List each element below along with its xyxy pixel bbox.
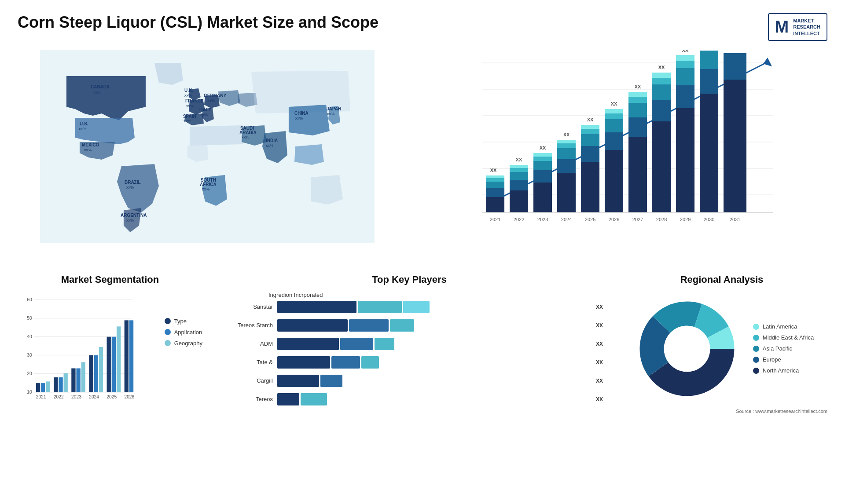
svg-marker-9: [763, 58, 772, 66]
japan-label: JAPAN: [327, 106, 341, 111]
saudi-label2: ARABIA: [239, 130, 257, 135]
svg-rect-97: [54, 377, 58, 392]
bar-light-tate: [361, 356, 379, 369]
svg-text:2028: 2028: [656, 217, 667, 222]
svg-text:XX: XX: [563, 132, 570, 137]
india-label: INDIA: [266, 138, 278, 143]
svg-text:2026: 2026: [609, 217, 619, 222]
svg-rect-48: [628, 103, 647, 117]
svg-text:XX: XX: [611, 101, 617, 106]
svg-text:2023: 2023: [537, 217, 548, 222]
player-xx-cargill: XX: [596, 378, 603, 384]
top-player-label: Ingredion Incrporated: [268, 292, 607, 298]
svg-rect-59: [676, 85, 694, 108]
svg-text:2029: 2029: [680, 217, 691, 222]
svg-rect-100: [71, 368, 75, 392]
player-bars-adm: [277, 338, 589, 350]
svg-text:50: 50: [27, 316, 32, 321]
svg-text:XX: XX: [658, 65, 665, 70]
svg-rect-60: [676, 68, 694, 85]
player-tate: Tate & XX: [216, 356, 603, 369]
svg-rect-31: [557, 143, 576, 148]
latin-dot: [753, 324, 759, 330]
svg-text:60: 60: [27, 297, 32, 302]
player-xx-tereos: XX: [596, 396, 603, 402]
svg-rect-20: [510, 165, 528, 168]
seg-legend-application: Application: [165, 329, 202, 336]
seg-application-label: Application: [174, 329, 202, 336]
japan-value: xx%: [327, 112, 334, 116]
world-map: CANADA xx% U.S. xx% MEXICO xx% BRAZIL xx…: [18, 50, 397, 243]
china-value: xx%: [295, 116, 303, 121]
mexico-label: MEXICO: [82, 142, 99, 147]
saudi-value: xx%: [242, 135, 249, 139]
svg-rect-110: [129, 320, 133, 392]
svg-text:2031: 2031: [730, 217, 740, 222]
seg-geography-label: Geography: [174, 340, 202, 347]
bar-mid-ts: [349, 319, 389, 332]
svg-rect-13: [486, 178, 504, 182]
france-label: FRANCE: [185, 99, 204, 103]
bar-mid-cargill: [320, 375, 342, 387]
svg-rect-96: [46, 381, 50, 392]
bar-light-tereos: [301, 393, 327, 405]
svg-rect-66: [700, 51, 718, 69]
italy-label: ITALY: [199, 107, 212, 112]
bar-dark-cargill: [277, 375, 319, 387]
svg-rect-55: [652, 78, 671, 84]
player-name-tate: Tate &: [216, 359, 273, 365]
svg-rect-103: [89, 355, 93, 392]
key-players-title: Top Key Players: [211, 274, 607, 285]
svg-rect-22: [533, 183, 552, 212]
growth-svg: XX XX XX XX: [410, 50, 827, 239]
player-tereos: Tereos XX: [216, 393, 603, 405]
svg-rect-12: [486, 182, 504, 188]
svg-text:XX: XX: [682, 50, 689, 53]
bottom-section: Market Segmentation 60 50 40 30 20: [18, 274, 827, 450]
legend-latin: Latin America: [753, 323, 814, 330]
bar-mid-adm: [340, 338, 373, 350]
svg-rect-37: [581, 129, 599, 134]
legend-north-america: North America: [753, 367, 814, 374]
svg-rect-58: [676, 108, 694, 212]
seg-type-label: Type: [174, 318, 187, 325]
svg-rect-36: [581, 134, 599, 146]
argentina-label: ARGENTINA: [121, 213, 147, 218]
spain-value: xx%: [184, 119, 191, 123]
player-cargill: Cargill XX: [216, 375, 603, 387]
seg-svg: 60 50 40 30 20 10: [18, 292, 141, 415]
regional-legend: Latin America Middle East & Africa Asia …: [753, 323, 814, 374]
player-name-sanstar: Sanstar: [216, 303, 273, 310]
svg-rect-54: [652, 84, 671, 100]
brazil-label: BRAZIL: [125, 180, 141, 185]
bar-dark-sanstar: [277, 301, 356, 313]
svg-rect-64: [700, 94, 718, 212]
player-sanstar: Sanstar XX: [216, 301, 603, 313]
uk-value: xx%: [184, 93, 192, 98]
na-dot: [753, 368, 759, 374]
svg-rect-108: [117, 326, 121, 392]
svg-rect-61: [676, 61, 694, 68]
type-dot: [165, 318, 171, 324]
asia-label: Asia Pacific: [763, 345, 792, 352]
player-name-cargill: Cargill: [216, 377, 273, 384]
svg-text:XX: XX: [540, 145, 546, 150]
south-africa-value: xx%: [202, 187, 209, 191]
player-bars-tate: [277, 356, 589, 369]
svg-rect-25: [533, 157, 552, 161]
brazil-value: xx%: [126, 185, 134, 190]
page-header: Corn Steep Liquor (CSL) Market Size and …: [18, 13, 827, 41]
top-section: CANADA xx% U.S. xx% MEXICO xx% BRAZIL xx…: [18, 50, 827, 261]
svg-rect-23: [533, 170, 552, 183]
svg-rect-11: [486, 188, 504, 197]
svg-rect-53: [652, 100, 671, 121]
svg-rect-109: [125, 320, 129, 392]
svg-text:10: 10: [27, 390, 32, 394]
player-name-tereos-starch: Tereos Starch: [216, 322, 273, 329]
svg-rect-101: [76, 368, 80, 392]
svg-rect-30: [557, 148, 576, 159]
svg-rect-102: [81, 362, 85, 392]
svg-rect-99: [64, 373, 68, 392]
segmentation-section: Market Segmentation 60 50 40 30 20: [18, 274, 202, 450]
seg-legend: Type Application Geography: [165, 318, 202, 347]
